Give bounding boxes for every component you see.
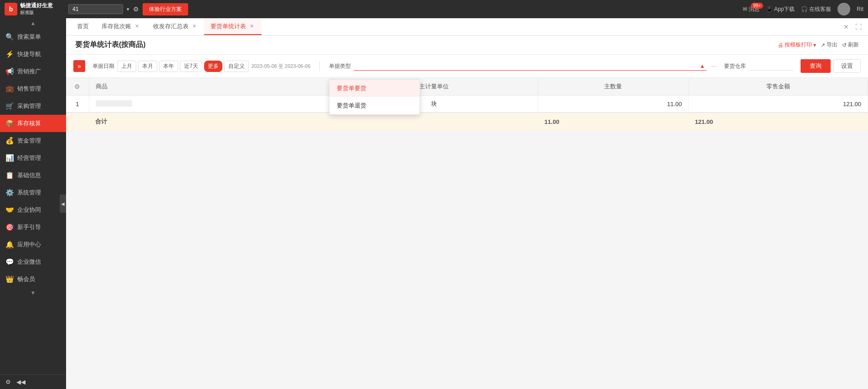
sidebar-item-basic-info[interactable]: 📋基础信息 bbox=[0, 167, 66, 184]
sidebar-item-purchase-mgmt[interactable]: 🛒采购管理 bbox=[0, 97, 66, 115]
sidebar-item-finance[interactable]: 💰资金管理 bbox=[0, 132, 66, 149]
app-name: 畅捷通好生意 bbox=[20, 2, 53, 10]
cell-qty-0: 11.00 bbox=[538, 96, 688, 113]
search-button[interactable]: 查询 bbox=[801, 59, 831, 73]
settings-gear-icon[interactable]: ⚙ bbox=[133, 5, 139, 13]
table-row: 1 块 11.00 121.00 bbox=[66, 96, 868, 113]
sidebar-label-inventory: 库存核算 bbox=[17, 119, 41, 128]
sidebar-label-system-mgmt: 系统管理 bbox=[17, 189, 41, 197]
sidebar-item-quick-nav[interactable]: ⚡快捷导航 bbox=[0, 46, 66, 63]
print-icon: 🖨 bbox=[778, 42, 783, 48]
date-btn-7days[interactable]: 近7天 bbox=[180, 61, 202, 72]
sidebar-icon-app-center: 🔔 bbox=[5, 241, 14, 249]
date-btn-custom[interactable]: 自定义 bbox=[224, 61, 249, 72]
sidebar-item-system-mgmt[interactable]: ⚙️系统管理 bbox=[0, 184, 66, 201]
sidebar-collapse-button[interactable]: ◀◀ bbox=[16, 379, 26, 385]
sidebar-icon-sales-mgmt: 💼 bbox=[5, 85, 14, 93]
sidebar-item-inventory[interactable]: 📦库存核算 bbox=[0, 115, 66, 132]
col-settings-header[interactable]: ⚙ bbox=[66, 78, 89, 96]
tab-order-stat[interactable]: 要货单统计表 ✕ bbox=[204, 19, 262, 35]
warehouse-filter-input[interactable] bbox=[748, 62, 793, 71]
sidebar-settings-button[interactable]: ⚙ bbox=[5, 379, 11, 385]
cell-product-0 bbox=[89, 96, 330, 113]
online-service-button[interactable]: 🎧 在线客服 bbox=[801, 5, 831, 13]
sidebar-item-app-center[interactable]: 🔔应用中心 bbox=[0, 236, 66, 253]
tabs-bar: 首页库存批次账 ✕收发存汇总表 ✕要货单统计表 ✕ ✕ ⛶ bbox=[66, 18, 868, 36]
type-filter-group: 单据类型 ▲ ··· 要货单要货要货单退货 bbox=[329, 62, 717, 71]
content-area: 首页库存批次账 ✕收发存汇总表 ✕要货单统计表 ✕ ✕ ⛶ 要货单统计表(按商品… bbox=[66, 18, 868, 389]
sidebar-icon-basic-info: 📋 bbox=[5, 171, 14, 179]
app-download-button[interactable]: 📱 App下载 bbox=[766, 5, 795, 13]
type-filter-input[interactable] bbox=[355, 63, 698, 69]
export-icon: ↗ bbox=[821, 42, 825, 48]
sidebar-item-search-menu[interactable]: 🔍搜索菜单 bbox=[0, 28, 66, 46]
refresh-button[interactable]: ↺ 刷新 bbox=[842, 41, 859, 49]
col-qty-header: 主数量 bbox=[538, 78, 688, 96]
footer-unit bbox=[330, 113, 538, 130]
warehouse-label: 要货仓库 bbox=[724, 62, 746, 70]
date-btn-prev-month[interactable]: 上月 bbox=[117, 61, 136, 72]
tab-inventory-batch[interactable]: 库存批次账 ✕ bbox=[95, 19, 147, 35]
col-settings-icon[interactable]: ⚙ bbox=[74, 83, 80, 90]
online-service-label: 在线客服 bbox=[809, 5, 831, 13]
template-print-button[interactable]: 🖨 按模板打印 ▾ bbox=[778, 41, 816, 49]
type-filter-arrow-icon[interactable]: ▲ bbox=[699, 63, 705, 69]
sidebar-icon-operations: 📊 bbox=[5, 154, 14, 162]
user-avatar[interactable] bbox=[837, 3, 850, 15]
filter-action-buttons: 查询 设置 bbox=[801, 59, 861, 73]
sidebar-icon-search-menu: 🔍 bbox=[5, 33, 14, 41]
print-dropdown-icon[interactable]: ▾ bbox=[813, 42, 816, 48]
type-filter-label: 单据类型 bbox=[329, 62, 351, 70]
message-button[interactable]: ✉ 消息 99+ bbox=[743, 5, 760, 13]
tabs-bar-right: ✕ ⛶ bbox=[842, 22, 863, 31]
sidebar-label-finance: 资金管理 bbox=[17, 137, 41, 145]
tab-home[interactable]: 首页 bbox=[71, 19, 95, 35]
sidebar-label-sales-mgmt: 销售管理 bbox=[17, 85, 41, 93]
sidebar-scroll-up[interactable]: ▲ bbox=[0, 18, 66, 28]
date-btn-cur-month[interactable]: 本月 bbox=[138, 61, 157, 72]
sidebar-item-operations[interactable]: 📊经营管理 bbox=[0, 149, 66, 167]
tab-label-inventory-batch: 库存批次账 bbox=[102, 22, 131, 31]
tab-number-input[interactable] bbox=[68, 4, 123, 14]
tab-close-receivable-summary[interactable]: ✕ bbox=[191, 23, 198, 30]
sidebar-label-purchase-mgmt: 采购管理 bbox=[17, 102, 41, 110]
message-badge: 99+ bbox=[751, 3, 763, 9]
sidebar-item-marketing[interactable]: 📢营销推广 bbox=[0, 63, 66, 80]
industry-plan-button[interactable]: 体验行业方案 bbox=[143, 3, 188, 15]
sidebar-label-app-center: 应用中心 bbox=[17, 241, 41, 249]
sidebar-item-enterprise-wechat[interactable]: 💬企业微信 bbox=[0, 253, 66, 271]
tab-receivable-summary[interactable]: 收发存汇总表 ✕ bbox=[147, 19, 204, 35]
sidebar-collapse-arrow[interactable]: ◀ bbox=[60, 194, 66, 213]
message-icon: ✉ bbox=[743, 6, 747, 12]
settings-button[interactable]: 设置 bbox=[833, 59, 861, 73]
date-btn-year[interactable]: 本年 bbox=[159, 61, 178, 72]
sidebar-item-member[interactable]: 👑畅会员 bbox=[0, 271, 66, 288]
type-filter-more-icon[interactable]: ··· bbox=[711, 62, 717, 70]
topbar: b 畅捷通好生意 标准版 ▾ ⚙ 体验行业方案 ✉ 消息 99+ 📱 App下载… bbox=[0, 0, 868, 18]
dropdown-item-yaohuodantuihuo[interactable]: 要货单退货 bbox=[329, 97, 420, 114]
cell-amount-0: 121.00 bbox=[688, 96, 868, 113]
sidebar-icon-enterprise-wechat: 💬 bbox=[5, 258, 14, 266]
tab-close-all-button[interactable]: ✕ bbox=[842, 22, 851, 31]
sidebar-item-enterprise-collab[interactable]: 🤝企业协同 bbox=[0, 201, 66, 219]
logo-icon: b bbox=[5, 3, 17, 15]
sidebar-icon-inventory: 📦 bbox=[5, 119, 14, 128]
date-btn-more[interactable]: 更多 bbox=[204, 61, 222, 72]
dropdown-item-yaohuodanhuo[interactable]: 要货单要货 bbox=[329, 80, 420, 97]
footer-empty bbox=[66, 113, 89, 130]
tab-label-receivable-summary: 收发存汇总表 bbox=[153, 22, 189, 31]
sidebar-scroll-down[interactable]: ▼ bbox=[0, 288, 66, 298]
filter-toggle-button[interactable]: » bbox=[73, 60, 85, 72]
tab-close-inventory-batch[interactable]: ✕ bbox=[134, 23, 140, 30]
sidebar-label-enterprise-collab: 企业协同 bbox=[17, 206, 41, 214]
headset-icon: 🎧 bbox=[801, 6, 808, 12]
sidebar-item-new-guide[interactable]: 🎯新手引导 bbox=[0, 219, 66, 236]
sidebar-icon-finance: 💰 bbox=[5, 137, 14, 145]
tab-expand-button[interactable]: ⛶ bbox=[853, 22, 863, 31]
tab-dropdown-icon[interactable]: ▾ bbox=[127, 6, 129, 12]
sidebar-item-sales-mgmt[interactable]: 💼销售管理 bbox=[0, 80, 66, 97]
tab-close-order-stat[interactable]: ✕ bbox=[248, 23, 255, 30]
export-button[interactable]: ↗ 导出 bbox=[821, 41, 837, 49]
data-table: ⚙ 商品 主计量单位 主数量 零售金额 1 块 11.00 121.00 bbox=[66, 78, 868, 130]
sidebar-icon-purchase-mgmt: 🛒 bbox=[5, 102, 14, 110]
